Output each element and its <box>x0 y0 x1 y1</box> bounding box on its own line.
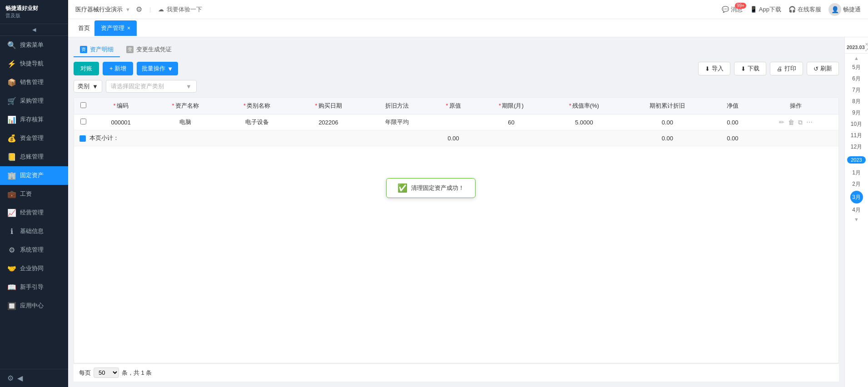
month-4[interactable]: 4月 <box>852 204 861 216</box>
purchase-icon: 🛒 <box>7 97 16 105</box>
reconcile-button[interactable]: 对账 <box>74 62 99 75</box>
sidebar-item-payroll[interactable]: 💼 工资 <box>0 185 68 203</box>
month-12[interactable]: 12月 <box>851 141 862 153</box>
subtotal-row: 本页小计： 0.00 0.00 0.00 <box>74 130 838 146</box>
sales-icon: 📦 <box>7 78 16 87</box>
sidebar-scroll: 🔍 搜索菜单 ⚡ 快捷导航 📦 销售管理 🛒 采购管理 📊 库存核算 💰 资金管… <box>0 36 68 369</box>
sidebar-item-inventory[interactable]: 📊 库存核算 <box>0 110 68 129</box>
th-purchase-date: *购买日期 <box>293 98 364 114</box>
sidebar: 畅捷通好业财 普及版 ◀ 🔍 搜索菜单 ⚡ 快捷导航 📦 销售管理 🛒 采购管理… <box>0 0 68 387</box>
success-toast: ✅ 清理固定资产成功！ <box>386 178 476 198</box>
service-label: 在线客服 <box>798 5 821 14</box>
month-6[interactable]: 6月 <box>852 73 861 84</box>
refresh-button[interactable]: ↺ 刷新 <box>807 62 839 75</box>
per-page-select[interactable]: 50 100 200 <box>94 367 119 378</box>
td-code: 000001 <box>92 114 149 130</box>
batch-ops-button[interactable]: 批量操作 ▼ <box>137 62 178 75</box>
print-label: 打印 <box>784 64 796 73</box>
payroll-icon: 💼 <box>7 190 16 198</box>
sidebar-item-enterprise[interactable]: 🤝 企业协同 <box>0 259 68 278</box>
sidebar-label-sales: 销售管理 <box>20 78 44 86</box>
sub-tab-asset-detail-label: 资产明细 <box>90 45 114 54</box>
print-button[interactable]: 🖨 打印 <box>770 62 803 75</box>
category-filter[interactable]: 类别 ▼ <box>74 80 102 93</box>
td-initial-depreciation: 0.00 <box>623 114 712 130</box>
select-all-checkbox[interactable] <box>80 102 86 108</box>
sidebar-item-purchase[interactable]: 🛒 采购管理 <box>0 92 68 110</box>
sidebar-item-finance[interactable]: 💰 资金管理 <box>0 129 68 148</box>
sub-tab-change-voucher[interactable]: 变 变更生成凭证 <box>120 43 178 57</box>
user-menu[interactable]: 👤 畅捷通 <box>828 3 861 16</box>
sidebar-item-system[interactable]: ⚙ 系统管理 <box>0 241 68 259</box>
td-residual-rate: 5.0000 <box>545 114 623 130</box>
tab-asset-management[interactable]: 资产管理 × <box>94 20 137 36</box>
th-original-value: *原值 <box>429 98 477 114</box>
page-content: 资 资产明细 变 变更生成凭证 对账 + 新增 <box>68 37 868 387</box>
tab-home[interactable]: 首页 <box>75 20 93 36</box>
month-8[interactable]: 8月 <box>852 96 861 107</box>
month-10[interactable]: 10月 <box>851 119 862 130</box>
sidebar-collapse-arrow[interactable]: ◀ <box>32 27 36 33</box>
messages-btn[interactable]: 💬 消息 99+ <box>722 5 743 14</box>
company-name: 医疗器械行业演示 <box>75 5 123 14</box>
collapse-icon[interactable]: ◀ <box>17 374 23 382</box>
new-button[interactable]: + 新增 <box>103 62 133 75</box>
batch-ops-label: 批量操作 <box>142 64 165 73</box>
experience-label: 我要体验一下 <box>167 5 202 14</box>
sidebar-item-guide[interactable]: 📖 新手引导 <box>0 278 68 297</box>
sidebar-item-ledger[interactable]: 📒 总账管理 <box>0 148 68 166</box>
sidebar-label-inventory: 库存核算 <box>20 115 44 124</box>
search-icon: 🔍 <box>7 41 16 50</box>
right-panel-close-icon[interactable]: ✕ <box>865 42 868 47</box>
toolbar-right: ⬇ 导入 ⬇ 下载 🖨 打印 ↺ 刷新 <box>698 62 839 75</box>
sidebar-item-fixed-assets[interactable]: 🏢 固定资产 <box>0 166 68 185</box>
sidebar-label-purchase: 采购管理 <box>20 97 44 105</box>
basic-info-icon: ℹ <box>7 227 16 236</box>
company-selector[interactable]: 医疗器械行业演示 ▼ <box>75 5 130 14</box>
row-checkbox[interactable] <box>80 119 86 124</box>
months-after-section: 1月 2月 3月 4月 <box>845 167 868 216</box>
sidebar-item-sales[interactable]: 📦 销售管理 <box>0 73 68 92</box>
app-download-btn[interactable]: 📱 App下载 <box>750 5 781 14</box>
topbar-settings-icon[interactable]: ⚙ <box>136 5 142 14</box>
service-btn[interactable]: 🎧 在线客服 <box>789 5 821 14</box>
month-1[interactable]: 1月 <box>852 167 861 179</box>
th-checkbox <box>74 98 92 114</box>
edit-icon[interactable]: ✏ <box>779 119 784 126</box>
down-arrow-btn[interactable]: ▼ <box>853 216 860 223</box>
delete-icon[interactable]: 🗑 <box>788 119 794 126</box>
copy-icon[interactable]: ⧉ <box>798 119 803 126</box>
import-button[interactable]: ⬇ 导入 <box>698 62 730 75</box>
sub-tabbar: 资 资产明细 变 变更生成凭证 <box>74 43 839 57</box>
month-2[interactable]: 2月 <box>852 179 861 190</box>
operations-icon: 📈 <box>7 208 16 217</box>
filter-dropdown-icon: ▼ <box>92 83 98 90</box>
more-icon[interactable]: ⋯ <box>806 119 813 126</box>
tabbar: 首页 资产管理 × <box>68 19 868 37</box>
right-panel-expand-icon[interactable]: ⤢ <box>865 47 868 52</box>
download-button[interactable]: ⬇ 下载 <box>734 62 766 75</box>
month-5[interactable]: 5月 <box>852 62 861 73</box>
month-9[interactable]: 9月 <box>852 107 861 119</box>
import-icon: ⬇ <box>705 65 710 72</box>
sidebar-label-app-center: 应用中心 <box>20 302 44 310</box>
tab-close-icon[interactable]: × <box>127 25 130 31</box>
month-3-current[interactable]: 3月 <box>850 191 863 203</box>
mobile-icon: 📱 <box>750 6 757 13</box>
sub-tab-asset-detail[interactable]: 资 资产明细 <box>74 43 120 57</box>
pagination-bar: 每页 50 100 200 条，共 1 条 <box>74 363 839 382</box>
month-7[interactable]: 7月 <box>852 84 861 96</box>
settings-bottom-icon[interactable]: ⚙ <box>7 374 14 382</box>
th-name: *资产名称 <box>149 98 221 114</box>
up-arrow-btn[interactable]: ▲ <box>853 55 860 62</box>
sidebar-item-app-center[interactable]: 🔲 应用中心 <box>0 297 68 315</box>
month-11[interactable]: 11月 <box>851 130 862 141</box>
category-input[interactable]: 请选择固定资产类别 ▼ <box>106 80 197 93</box>
experience-btn[interactable]: ☁ 我要体验一下 <box>158 5 202 14</box>
sidebar-item-operations[interactable]: 📈 经营管理 <box>0 203 68 222</box>
sidebar-item-basic-info[interactable]: ℹ 基础信息 <box>0 222 68 241</box>
sidebar-item-quick-nav[interactable]: ⚡ 快捷导航 <box>0 55 68 73</box>
messages-badge: 99+ <box>735 3 746 9</box>
quick-nav-icon: ⚡ <box>7 60 16 68</box>
sidebar-item-search[interactable]: 🔍 搜索菜单 <box>0 36 68 55</box>
